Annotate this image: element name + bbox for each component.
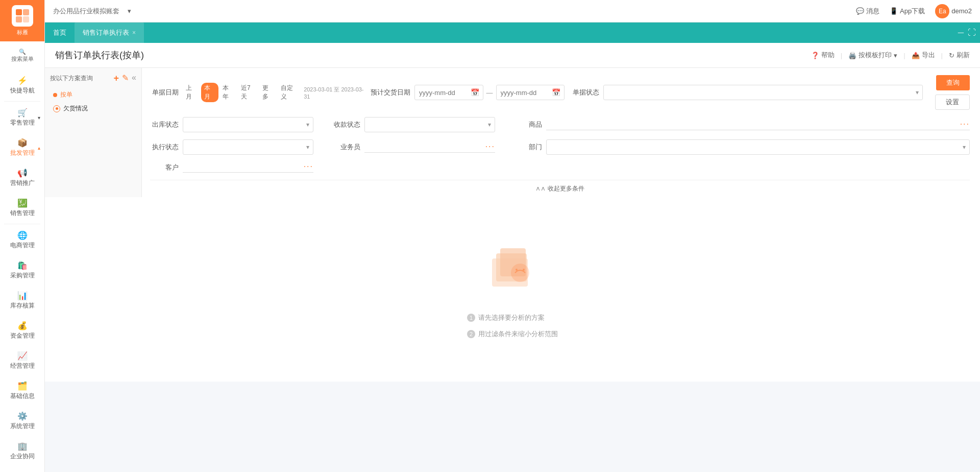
sidebar-item-inventory[interactable]: 📊 库存核算 bbox=[2, 286, 42, 315]
export-button[interactable]: 📤 导出 bbox=[912, 51, 935, 60]
tab-minimize-icon[interactable]: ─ bbox=[958, 28, 964, 37]
sidebar-logo[interactable]: 标雁 bbox=[0, 0, 44, 41]
scheme-item-badan[interactable]: 按单 bbox=[50, 88, 136, 102]
empty-hint-text-1: 请先选择要分析的方案 bbox=[478, 311, 545, 324]
print-button[interactable]: 🖨️ 按模板打印 ▾ bbox=[848, 51, 897, 60]
salesperson-selector-icon[interactable]: ··· bbox=[485, 142, 495, 151]
message-label: 消息 bbox=[866, 7, 879, 16]
delivery-status-label: 出库状态 bbox=[150, 120, 179, 129]
svg-rect-0 bbox=[16, 9, 22, 15]
message-button[interactable]: 💬 消息 bbox=[856, 7, 879, 16]
finance-icon: 💰 bbox=[17, 321, 28, 331]
svg-point-7 bbox=[511, 264, 529, 282]
sidebar-item-finance[interactable]: 💰 资金管理 bbox=[2, 316, 42, 345]
topbar-dropdown[interactable]: ▾ bbox=[128, 7, 131, 15]
date-tab-last-month[interactable]: 上月 bbox=[183, 83, 200, 102]
refresh-button[interactable]: ↻ 刷新 bbox=[949, 51, 970, 60]
sidebar-item-sales[interactable]: 💹 销售管理 bbox=[2, 193, 42, 223]
collapse-button[interactable]: ∧∧ 收起更多条件 bbox=[150, 180, 970, 197]
scheme-item-label: 按单 bbox=[60, 90, 72, 99]
help-icon: ❓ bbox=[811, 52, 819, 59]
empty-hints: 1 请先选择要分析的方案 2 用过滤条件来缩小分析范围 bbox=[467, 311, 558, 341]
sidebar-item-quick-nav[interactable]: ⚡ 快捷导航 bbox=[2, 70, 42, 100]
payment-select[interactable] bbox=[364, 117, 495, 132]
date-tab-this-month[interactable]: 本月 bbox=[201, 83, 218, 102]
empty-hint-1: 1 请先选择要分析的方案 bbox=[467, 311, 558, 324]
export-icon: 📤 bbox=[912, 52, 920, 59]
tab-sales-order[interactable]: 销售订单执行表 × bbox=[75, 22, 144, 43]
date-tab-custom[interactable]: 自定义 bbox=[278, 83, 301, 102]
search-menu-item[interactable]: 🔍 搜索菜单 bbox=[3, 45, 41, 66]
filter-area: 按以下方案查询 + ✎ « 按单 bbox=[45, 68, 980, 197]
customer-group: 客户 ··· bbox=[150, 162, 313, 173]
tab-label: 销售订单执行表 bbox=[83, 28, 129, 37]
delivery-select[interactable] bbox=[183, 117, 313, 132]
department-label: 部门 bbox=[513, 143, 542, 152]
sidebar-item-ecommerce[interactable]: 🌐 电商管理 bbox=[2, 225, 42, 255]
tab-maximize-icon[interactable]: ⛶ bbox=[968, 28, 976, 37]
print-label: 按模板打印 bbox=[859, 51, 892, 60]
help-label: 帮助 bbox=[821, 51, 835, 60]
chevron-down-icon: ▾ bbox=[38, 115, 40, 121]
sidebar-item-marketing[interactable]: 📢 营销推广 bbox=[2, 163, 42, 193]
date-from-input[interactable] bbox=[414, 85, 483, 100]
scheme-item-label2: 欠货情况 bbox=[63, 104, 88, 113]
search-menu-label: 搜索菜单 bbox=[11, 55, 34, 63]
sidebar-item-wholesale[interactable]: 📦 批发管理 ▴ bbox=[2, 133, 42, 162]
scheme-item-quhuo[interactable]: 欠货情况 bbox=[50, 102, 136, 115]
customer-label: 客户 bbox=[150, 163, 179, 172]
exec-select[interactable] bbox=[183, 139, 313, 155]
sidebar-item-enterprise[interactable]: 🏢 企业协同 bbox=[2, 436, 42, 466]
date-from-wrapper: 📅 bbox=[414, 85, 483, 100]
app-download-button[interactable]: 📱 App下载 bbox=[890, 7, 925, 16]
ecommerce-icon: 🌐 bbox=[17, 230, 28, 240]
date-to-input[interactable] bbox=[496, 85, 565, 100]
query-button[interactable]: 查询 bbox=[936, 75, 970, 90]
logo-icon bbox=[12, 5, 33, 27]
tabbar-actions: ─ ⛶ bbox=[958, 28, 980, 37]
tab-close-icon[interactable]: × bbox=[132, 29, 136, 36]
empty-svg bbox=[482, 238, 543, 299]
empty-state: 1 请先选择要分析的方案 2 用过滤条件来缩小分析范围 bbox=[45, 197, 980, 382]
tab-home[interactable]: 首页 bbox=[45, 22, 75, 43]
date-filter-inner: 上月 本月 本年 近7天 更多 自定义 2023-03-01 至 2023-03… bbox=[183, 83, 364, 102]
sidebar: 标雁 🔍 搜索菜单 ⚡ 快捷导航 🛒 零售管理 ▾ 📦 批发管理 ▴ 📢 营销推… bbox=[0, 0, 45, 472]
department-select[interactable] bbox=[546, 139, 970, 155]
sidebar-item-system[interactable]: ⚙️ 系统管理 bbox=[2, 406, 42, 436]
sidebar-item-label: 批发管理 bbox=[10, 149, 35, 157]
customer-selector-icon[interactable]: ··· bbox=[304, 162, 313, 171]
logo-text: 标雁 bbox=[17, 29, 28, 36]
sidebar-item-label: 采购管理 bbox=[10, 271, 35, 280]
date-tab-this-year[interactable]: 本年 bbox=[219, 83, 237, 102]
user-profile[interactable]: Ea demo2 bbox=[935, 4, 972, 18]
scheme-collapse-icon[interactable]: « bbox=[132, 73, 136, 84]
page-header: 销售订单执行表(按单) ❓ 帮助 | 🖨️ 按模板打印 ▾ | 📤 bbox=[45, 43, 980, 68]
date-tab-7days[interactable]: 近7天 bbox=[238, 83, 258, 102]
page-title-row: 销售订单执行表(按单) ❓ 帮助 | 🖨️ 按模板打印 ▾ | 📤 bbox=[55, 49, 970, 61]
sidebar-item-purchase[interactable]: 🛍️ 采购管理 bbox=[2, 255, 42, 285]
status-select[interactable] bbox=[603, 85, 923, 100]
sidebar-item-retail[interactable]: 🛒 零售管理 ▾ bbox=[2, 103, 42, 132]
scheme-add-icon[interactable]: + bbox=[114, 73, 119, 84]
goods-group: 商品 ··· bbox=[513, 120, 970, 130]
sidebar-item-newbie[interactable]: 🎯 新手引导 bbox=[2, 466, 42, 472]
main-area: 办公用品行业模拟账套 ▾ 💬 消息 📱 App下载 Ea demo2 首页 bbox=[45, 0, 980, 472]
operation-icon: 📈 bbox=[17, 351, 28, 361]
page-content: 销售订单执行表(按单) ❓ 帮助 | 🖨️ 按模板打印 ▾ | 📤 bbox=[45, 43, 980, 472]
sidebar-item-label: 零售管理 bbox=[10, 119, 35, 127]
date-tab-more[interactable]: 更多 bbox=[259, 83, 277, 102]
settings-button[interactable]: 设置 bbox=[935, 95, 970, 110]
help-button[interactable]: ❓ 帮助 bbox=[811, 51, 835, 60]
filter-row-1: 单据日期 上月 本月 本年 近7天 更多 自定义 2023-03-01 至 20… bbox=[150, 75, 970, 110]
scheme-edit-icon[interactable]: ✎ bbox=[122, 73, 129, 84]
wholesale-icon: 📦 bbox=[17, 138, 28, 148]
delivery-select-wrapper bbox=[183, 117, 313, 132]
sidebar-item-basic[interactable]: 🗂️ 基础信息 bbox=[2, 376, 42, 406]
sidebar-search-section: 🔍 搜索菜单 bbox=[0, 41, 44, 70]
divider3: | bbox=[941, 52, 943, 59]
export-label: 导出 bbox=[922, 51, 935, 60]
date-filter-group: 单据日期 上月 本月 本年 近7天 更多 自定义 2023-03-01 至 20… bbox=[150, 83, 364, 102]
sidebar-item-operation[interactable]: 📈 经营管理 bbox=[2, 346, 42, 375]
payment-status-label: 收款状态 bbox=[332, 120, 360, 129]
goods-selector-icon[interactable]: ··· bbox=[960, 120, 970, 129]
